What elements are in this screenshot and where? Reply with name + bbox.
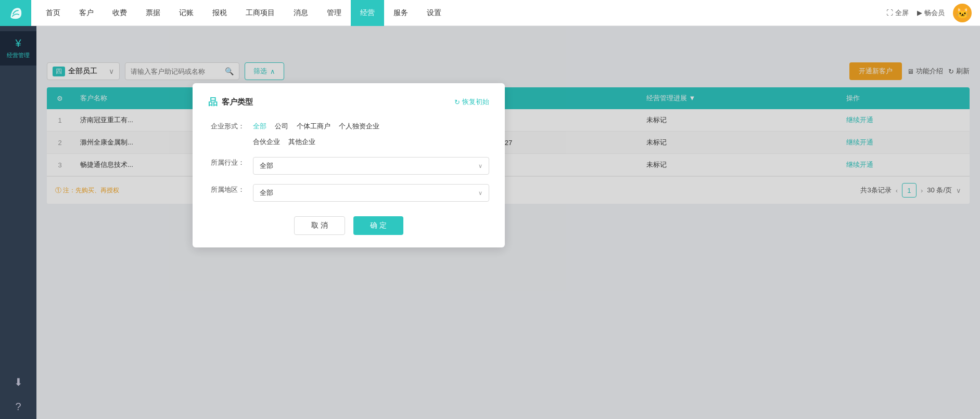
- nav-message[interactable]: 消息: [284, 0, 317, 26]
- fullscreen-label: 全屏: [895, 8, 909, 18]
- enterprise-form-label: 企业形式：: [208, 121, 245, 131]
- enterprise-opt-individual[interactable]: 个体工商户: [297, 121, 330, 132]
- reset-icon: ↻: [454, 98, 460, 106]
- operation-icon: ¥: [15, 37, 21, 49]
- nav-operation[interactable]: 经营: [351, 0, 384, 26]
- member-label: 畅会员: [924, 8, 945, 18]
- cancel-button[interactable]: 取 消: [294, 216, 345, 235]
- reset-label: 恢复初始: [462, 97, 489, 107]
- enterprise-opt-company[interactable]: 公司: [275, 121, 288, 132]
- member-btn[interactable]: ▶ 畅会员: [917, 8, 945, 18]
- avatar[interactable]: 🐱: [953, 4, 972, 22]
- sidebar-bottom: ⬇ ?: [14, 370, 23, 419]
- customer-type-modal: 品 客户类型 ↻ 恢复初始 企业形式： 全部 公司 个体工商户 个人独资企业 合…: [193, 83, 505, 247]
- logo: [0, 0, 31, 26]
- enterprise-options: 全部 公司 个体工商户 个人独资企业 合伙企业 其他企业: [253, 121, 489, 148]
- nav-service[interactable]: 服务: [384, 0, 417, 26]
- enterprise-options-list: 全部 公司 个体工商户 个人独资企业: [253, 121, 489, 132]
- nav-invoice[interactable]: 票据: [136, 0, 170, 26]
- modal-title-text: 客户类型: [222, 97, 253, 107]
- region-label: 所属地区：: [208, 184, 245, 194]
- fullscreen-btn[interactable]: ⛶ 全屏: [886, 8, 909, 18]
- sidebar-help[interactable]: ?: [14, 395, 23, 419]
- sidebar-download[interactable]: ⬇: [14, 370, 23, 395]
- enterprise-opt-all[interactable]: 全部: [253, 121, 266, 132]
- nav-manage[interactable]: 管理: [317, 0, 351, 26]
- nav-customer[interactable]: 客户: [70, 0, 103, 26]
- modal-title: 品 客户类型: [208, 96, 253, 108]
- modal-header: 品 客户类型 ↻ 恢复初始: [208, 96, 489, 108]
- nav-billing[interactable]: 收费: [103, 0, 136, 26]
- nav-bookkeeping[interactable]: 记账: [170, 0, 203, 26]
- industry-label: 所属行业：: [208, 157, 245, 167]
- confirm-button[interactable]: 确 定: [353, 216, 403, 235]
- sidebar: ¥ 经营管理 ⬇ ?: [0, 26, 36, 419]
- industry-chevron-icon: ∨: [478, 163, 482, 169]
- nav-tax[interactable]: 报税: [203, 0, 236, 26]
- nav-home[interactable]: 首页: [36, 0, 70, 26]
- modal-overlay: 品 客户类型 ↻ 恢复初始 企业形式： 全部 公司 个体工商户 个人独资企业 合…: [36, 26, 980, 419]
- enterprise-opt-sole[interactable]: 个人独资企业: [339, 121, 379, 132]
- download-icon: ⬇: [14, 376, 23, 388]
- enterprise-opt-partnership[interactable]: 合伙企业: [253, 136, 280, 148]
- region-content: 全部 ∨: [253, 184, 489, 202]
- nav-settings[interactable]: 设置: [417, 0, 451, 26]
- industry-select[interactable]: 全部 ∨: [253, 157, 489, 175]
- industry-content: 全部 ∨: [253, 157, 489, 175]
- modal-title-icon: 品: [208, 96, 218, 108]
- nav-right: ⛶ 全屏 ▶ 畅会员 🐱: [886, 4, 972, 22]
- nav-items: 首页 客户 收费 票据 记账 报税 工商项目 消息 管理 经营 服务 设置: [36, 0, 886, 26]
- industry-form-row: 所属行业： 全部 ∨: [208, 157, 489, 175]
- modal-reset-btn[interactable]: ↻ 恢复初始: [454, 97, 489, 107]
- region-select[interactable]: 全部 ∨: [253, 184, 489, 202]
- enterprise-opt-other[interactable]: 其他企业: [288, 136, 315, 148]
- region-chevron-icon: ∨: [478, 190, 482, 197]
- sidebar-item-operation[interactable]: ¥ 经营管理: [0, 31, 36, 66]
- top-nav: 首页 客户 收费 票据 记账 报税 工商项目 消息 管理 经营 服务 设置 ⛶ …: [0, 0, 980, 26]
- enterprise-form-row: 企业形式： 全部 公司 个体工商户 个人独资企业 合伙企业 其他企业: [208, 121, 489, 148]
- help-icon: ?: [15, 401, 21, 413]
- enterprise-options-list-2: 合伙企业 其他企业: [253, 136, 489, 148]
- sidebar-item-label: 经营管理: [7, 51, 30, 59]
- region-value: 全部: [260, 188, 273, 198]
- nav-business[interactable]: 工商项目: [236, 0, 284, 26]
- industry-value: 全部: [260, 161, 273, 171]
- fullscreen-icon: ⛶: [886, 9, 893, 17]
- modal-footer: 取 消 确 定: [208, 216, 489, 235]
- member-icon: ▶: [917, 9, 922, 17]
- region-form-row: 所属地区： 全部 ∨: [208, 184, 489, 202]
